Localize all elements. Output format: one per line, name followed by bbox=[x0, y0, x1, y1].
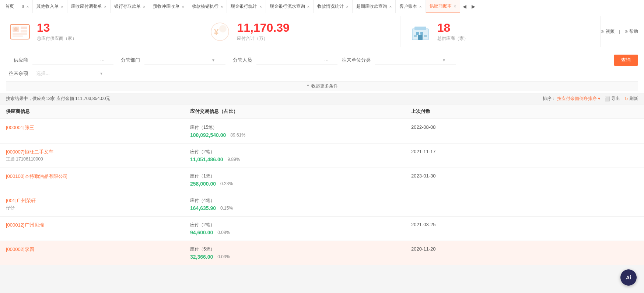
nav-tab-cash-flow-close[interactable]: × bbox=[307, 4, 309, 9]
total-suppliers-icon bbox=[409, 21, 431, 43]
supplier-link[interactable]: [000012]广州贝瑞 bbox=[6, 222, 44, 228]
help-link[interactable]: ⊙ 帮助 bbox=[624, 28, 638, 35]
export-icon: ⬜ bbox=[605, 96, 610, 101]
payable-suppliers-icon bbox=[9, 21, 31, 43]
payable-total-icon: ¥ bbox=[209, 21, 231, 43]
nav-tab-bank[interactable]: 银行存取款单 × bbox=[111, 0, 149, 13]
supplier-link[interactable]: [000007]恒旺二手叉车 bbox=[6, 149, 53, 155]
payable-info: 应付（4笔） 164,635.90 0.15% bbox=[190, 197, 411, 211]
last-pay-date: 2021-11-17 bbox=[411, 149, 638, 154]
nav-tab-adjustment-close[interactable]: × bbox=[104, 4, 106, 9]
supplier-sub: 王通 17106110000 bbox=[6, 156, 190, 162]
nav-prev-arrow[interactable]: ◀ bbox=[460, 0, 469, 13]
video-link[interactable]: ⊙ 视频 bbox=[601, 28, 614, 35]
supplier-link[interactable]: [000002]李四 bbox=[6, 247, 34, 252]
nav-tab-supplier[interactable]: 供应商账本 × bbox=[426, 0, 460, 13]
nav-tab-cash-stat[interactable]: 现金银行统计 × bbox=[227, 0, 266, 13]
result-summary: 搜索结果中，供应商13家 应付金额 111,703,854.00元 bbox=[6, 96, 110, 102]
nav-tab-collection[interactable]: 收款核销执行 × bbox=[188, 0, 227, 13]
sort-active[interactable]: 按应付余额倒序排序 ▾ bbox=[557, 96, 600, 102]
nav-tab-prepay-close[interactable]: × bbox=[182, 4, 184, 9]
payable-row: 32,366.00 0.03% bbox=[190, 254, 411, 260]
nav-tab-other-income-label: 其他收入单 bbox=[36, 3, 59, 10]
nav-tab-supplier-close[interactable]: × bbox=[454, 4, 456, 8]
nav-tab-customer-close[interactable]: × bbox=[419, 4, 421, 9]
nav-tab-receipt-stat-label: 收款情况统计 bbox=[317, 3, 344, 10]
export-btn[interactable]: ⬜ 导出 bbox=[605, 96, 620, 102]
svg-point-9 bbox=[219, 25, 227, 32]
person-input[interactable] bbox=[258, 56, 324, 64]
supplier-info: [001]广州荣轩 仔仔 bbox=[6, 197, 190, 211]
payable-amount[interactable]: 94,600.00 bbox=[190, 230, 213, 235]
nav-tab-overdue-close[interactable]: × bbox=[389, 4, 392, 9]
query-button[interactable]: 查询 bbox=[614, 55, 638, 66]
nav-tab-adjustment[interactable]: 应收应付调整单 × bbox=[67, 0, 111, 13]
svg-rect-4 bbox=[13, 33, 27, 35]
nav-tab-cash-flow-label: 现金银行流水查询 bbox=[270, 3, 305, 10]
table-row: [000002]李四 应付（5笔） 32,366.00 0.03% 2020-1… bbox=[0, 241, 644, 265]
nav-tab-overdue[interactable]: 超期应收款查询 × bbox=[353, 0, 396, 13]
supplier-link[interactable]: [001]广州荣轩 bbox=[6, 198, 36, 203]
nav-tab-receipt-stat[interactable]: 收款情况统计 × bbox=[314, 0, 352, 13]
payable-amount[interactable]: 100,092,540.00 bbox=[190, 132, 226, 138]
last-pay-date: 2020-11-20 bbox=[411, 246, 638, 252]
category-input[interactable] bbox=[377, 56, 443, 64]
payable-amount[interactable]: 11,051,486.00 bbox=[190, 156, 223, 162]
payable-amount[interactable]: 32,366.00 bbox=[190, 254, 213, 260]
table-body: [000001]张三 应付（15笔） 100,092,540.00 89.61%… bbox=[0, 119, 644, 265]
dept-select-wrap[interactable]: ▾ bbox=[144, 55, 225, 65]
collapse-bar[interactable]: ⌃ 收起更多条件 bbox=[6, 81, 638, 91]
nav-tab-home[interactable]: 首页 bbox=[1, 0, 18, 13]
ai-button[interactable]: Ai bbox=[620, 269, 637, 286]
result-bar: 搜索结果中，供应商13家 应付金额 111,703,854.00元 排序： 按应… bbox=[0, 93, 644, 104]
nav-tab-customer-label: 客户账本 bbox=[399, 3, 417, 10]
nav-tab-cash-flow[interactable]: 现金银行流水查询 × bbox=[266, 0, 314, 13]
nav-tab-other-income-close[interactable]: × bbox=[61, 4, 63, 9]
svg-text:¥: ¥ bbox=[214, 27, 219, 37]
balance-chevron: ▾ bbox=[100, 71, 102, 76]
nav-tab-other-income[interactable]: 其他收入单 × bbox=[33, 0, 67, 13]
payable-total-num: 11,170.39 bbox=[237, 21, 289, 34]
category-chevron: ▾ bbox=[443, 58, 445, 63]
supplier-sub: 仔仔 bbox=[6, 205, 190, 211]
supplier-link[interactable]: [000001]张三 bbox=[6, 125, 34, 130]
nav-tab-bank-close[interactable]: × bbox=[143, 4, 145, 9]
person-ellipsis: ··· bbox=[324, 57, 329, 63]
payable-pct: 9.89% bbox=[228, 157, 240, 162]
nav-tab-receipt-stat-close[interactable]: × bbox=[346, 4, 348, 9]
result-actions: 排序： 按应付余额倒序排序 ▾ ⬜ 导出 ↻ 刷新 bbox=[543, 96, 638, 102]
dept-label: 分管部门 bbox=[118, 57, 140, 63]
balance-select-wrap[interactable]: ▾ bbox=[32, 69, 113, 78]
svg-rect-11 bbox=[414, 27, 426, 30]
nav-tab-collection-close[interactable]: × bbox=[221, 4, 223, 9]
balance-input[interactable] bbox=[34, 69, 100, 77]
payable-count: 应付（1笔） bbox=[190, 173, 411, 179]
nav-tab-overdue-label: 超期应收款查询 bbox=[356, 3, 387, 10]
payable-amount[interactable]: 258,000.00 bbox=[190, 181, 216, 187]
nav-tab-3[interactable]: 3 × bbox=[18, 0, 33, 13]
payable-count: 应付（2笔） bbox=[190, 222, 411, 228]
filter-row-1: 供应商 ··· 分管部门 ▾ 分管人员 ··· 往来单位分类 ▾ 查询 bbox=[6, 55, 638, 66]
payable-amount[interactable]: 164,635.90 bbox=[190, 205, 216, 211]
last-pay-date: 2021-03-25 bbox=[411, 222, 638, 227]
payable-suppliers-label: 总应付供应商（家） bbox=[37, 35, 77, 42]
nav-tab-cash-stat-close[interactable]: × bbox=[259, 4, 262, 9]
svg-rect-14 bbox=[418, 35, 423, 40]
refresh-btn[interactable]: ↻ 刷新 bbox=[624, 96, 638, 102]
nav-tab-prepay-label: 预收冲应收单 bbox=[153, 3, 179, 10]
payable-row: 94,600.00 0.08% bbox=[190, 230, 411, 235]
nav-tab-3-close[interactable]: × bbox=[27, 4, 29, 9]
col-header-supplier: 供应商信息 bbox=[6, 108, 190, 115]
payable-pct: 0.23% bbox=[220, 181, 233, 186]
payable-info: 应付（5笔） 32,366.00 0.03% bbox=[190, 246, 411, 260]
supplier-info: [000100]本特勤油品有限公司 bbox=[6, 173, 190, 180]
nav-tab-customer[interactable]: 客户账本 × bbox=[396, 0, 426, 13]
nav-next-arrow[interactable]: ▶ bbox=[469, 0, 478, 13]
dept-input[interactable] bbox=[146, 56, 212, 64]
nav-tab-prepay[interactable]: 预收冲应收单 × bbox=[149, 0, 188, 13]
category-select-wrap[interactable]: ▾ bbox=[375, 55, 456, 65]
supplier-link[interactable]: [000100]本特勤油品有限公司 bbox=[6, 173, 68, 179]
payable-count: 应付（5笔） bbox=[190, 246, 411, 252]
supplier-input[interactable] bbox=[34, 56, 100, 64]
payable-info: 应付（2笔） 11,051,486.00 9.89% bbox=[190, 149, 411, 162]
